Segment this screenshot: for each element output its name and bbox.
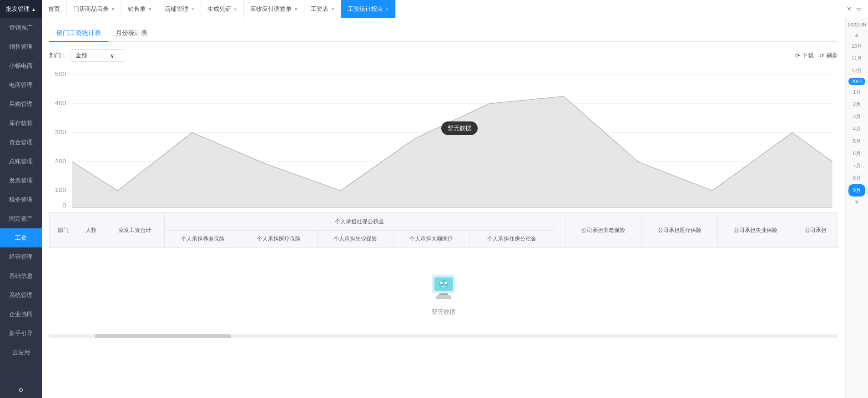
tab-bar-actions: ✕ ▭ [840,0,868,18]
th-company-more: 公司承担 [794,213,838,248]
svg-text:400: 400 [55,100,66,106]
sidebar: 批发管理 ▲ 营销推广销售管理小畅电商电商管理采购管理库存核算资金管理总账管理发… [0,0,42,398]
sidebar-item-营销推广[interactable]: 营销推广 [0,18,42,37]
tab-label: 销售单 [128,5,146,13]
data-table: 部门 人数 应发工资合计 个人承担社保公积金 公司承担养老保险 公司承担医疗保险… [49,213,838,248]
timeline-item-3月[interactable]: 3月 [847,111,867,123]
sidebar-item-销售管理[interactable]: 销售管理 [0,37,42,56]
tab-close-icon[interactable]: × [234,6,237,12]
timeline-item-5月[interactable]: 5月 [847,135,867,147]
empty-icon [425,266,462,302]
main-content: 首页门店商品目录×销售单×店铺管理×生成凭证×应收应付调整单×工资表×工资统计报… [42,0,868,398]
tab-close-icon[interactable]: × [191,6,194,12]
tab-生成凭证[interactable]: 生成凭证× [201,0,244,18]
tab-label: 工资统计报表 [348,5,383,13]
sidebar-item-云应用[interactable]: 云应用 [0,343,42,362]
timeline-item-11月[interactable]: 11月 [847,52,867,65]
sidebar-item-税务管理[interactable]: 税务管理 [0,190,42,209]
tab-工资统计报表[interactable]: 工资统计报表× [341,0,396,18]
svg-point-17 [444,282,447,284]
sidebar-item-固定资产[interactable]: 固定资产 [0,209,42,228]
sub-tab-部门工资统计表[interactable]: 部门工资统计表 [49,25,108,42]
th-p-major: 个人承担大额医疗 [394,231,470,248]
sidebar-item-企业协同[interactable]: 企业协同 [0,305,42,324]
timeline-item-6月[interactable]: 6月 [847,147,867,160]
sidebar-item-总账管理[interactable]: 总账管理 [0,152,42,171]
sidebar-item-资金管理[interactable]: 资金管理 [0,133,42,152]
th-count: 人数 [77,213,105,248]
svg-rect-18 [439,293,448,295]
th-company-unemploy: 公司承担失业保险 [718,213,794,248]
sidebar-item-系统管理[interactable]: 系统管理 [0,286,42,305]
sidebar-item-发票管理[interactable]: 发票管理 [0,171,42,190]
download-button[interactable]: ⟳ 下载 [795,51,814,60]
sidebar-item-电商管理[interactable]: 电商管理 [0,76,42,95]
bottom-scrollbar[interactable] [49,334,838,338]
timeline-item-1月[interactable]: 1月 [847,86,867,98]
sidebar-arrow-icon: ▲ [31,7,36,12]
timeline-down-icon[interactable]: ▼ [854,196,860,207]
dept-select-value: 全部 [76,51,87,60]
dept-label: 部门： [49,51,67,60]
timeline-item-2月[interactable]: 2月 [847,98,867,111]
empty-state: 暂无数据 [49,248,838,334]
timeline-up-icon[interactable]: ▲ [854,29,860,40]
th-p-medical: 个人承担医疗保险 [241,231,317,248]
dept-select[interactable]: 全部 ∨ [71,49,125,62]
tab-close-icon[interactable]: × [111,6,115,12]
settings-icon: ⚙ [18,387,24,393]
tab-工资表[interactable]: 工资表× [304,0,341,18]
tab-close-icon[interactable]: × [386,6,389,12]
th-p-housing: 个人承担住房公积金 [469,231,554,248]
sidebar-item-经营管理[interactable]: 经营管理 [0,247,42,267]
timeline-year-2022[interactable]: 2022 [848,78,865,85]
timeline-item-12月[interactable]: 12月 [847,65,867,77]
sidebar-item-小畅电商[interactable]: 小畅电商 [0,56,42,76]
timeline-item-10月[interactable]: 10月 [847,40,867,52]
th-p-unemploy: 个人承担失业保险 [317,231,394,248]
toolbar-right: ⟳ 下载 ↺ 刷新 [795,51,838,60]
chart-tooltip: 暂无数据 [441,121,478,135]
tab-门店商品目录[interactable]: 门店商品目录× [67,0,121,18]
tab-首页[interactable]: 首页 [42,0,67,18]
toolbar: 部门： 全部 ∨ ⟳ 下载 ↺ 刷新 [49,49,838,62]
sub-tab-月份统计表[interactable]: 月份统计表 [108,25,155,42]
page-content: 部门工资统计表月份统计表 部门： 全部 ∨ ⟳ 下载 [42,18,845,398]
sidebar-header[interactable]: 批发管理 ▲ [0,0,42,18]
tab-close-icon[interactable]: × [331,6,334,12]
refresh-button[interactable]: ↺ 刷新 [819,51,838,60]
tab-销售单[interactable]: 销售单× [121,0,158,18]
sidebar-item-新手引导[interactable]: 新手引导 [0,324,42,343]
svg-text:0: 0 [62,202,66,209]
tab-应收应付调整单[interactable]: 应收应付调整单× [244,0,304,18]
sub-tabs: 部门工资统计表月份统计表 [49,25,838,42]
sidebar-item-采购管理[interactable]: 采购管理 [0,95,42,114]
tab-label: 工资表 [311,5,328,13]
svg-text:300: 300 [55,129,66,136]
sidebar-item-库存核算[interactable]: 库存核算 [0,114,42,133]
content-area: 部门工资统计表月份统计表 部门： 全部 ∨ ⟳ 下载 [42,18,868,398]
timeline-item-4月[interactable]: 4月 [847,123,867,135]
sidebar-item-工资[interactable]: 工资 [0,228,42,247]
svg-text:100: 100 [55,186,66,193]
close-window-icon[interactable]: ✕ [847,5,852,12]
tab-店铺管理[interactable]: 店铺管理× [158,0,201,18]
tab-close-icon[interactable]: × [148,6,151,12]
svg-marker-19 [435,295,452,299]
sidebar-item-基础信息[interactable]: 基础信息 [0,267,42,286]
tab-label: 首页 [48,5,60,13]
sidebar-settings[interactable]: ⚙ [0,382,42,398]
svg-text:500: 500 [55,71,66,77]
scrollbar-thumb[interactable] [95,334,231,338]
tab-bar: 首页门店商品目录×销售单×店铺管理×生成凭证×应收应付调整单×工资表×工资统计报… [42,0,868,18]
restore-window-icon[interactable]: ▭ [856,5,862,12]
tab-close-icon[interactable]: × [294,6,298,12]
table-header-row1: 部门 人数 应发工资合计 个人承担社保公积金 公司承担养老保险 公司承担医疗保险… [50,213,838,231]
th-personal-total [554,213,565,248]
tab-label: 应收应付调整单 [250,5,292,13]
timeline-item-9月[interactable]: 9月 [848,184,865,196]
timeline-item-8月[interactable]: 8月 [847,172,867,184]
th-p-old: 个人承担养老保险 [165,231,241,248]
timeline-item-7月[interactable]: 7月 [847,160,867,172]
sidebar-title: 批发管理 [6,5,30,13]
